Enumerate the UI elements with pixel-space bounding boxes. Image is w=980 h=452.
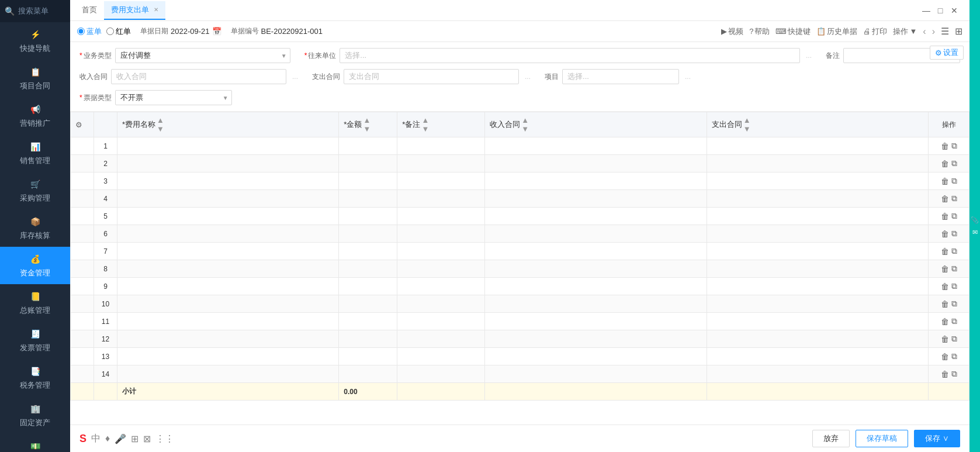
calendar-icon[interactable]: 📅 — [212, 27, 221, 36]
cell-income-contract-13[interactable] — [485, 348, 707, 365]
project-dots[interactable]: ... — [685, 73, 691, 81]
save-draft-button[interactable]: 保存草稿 — [856, 430, 908, 447]
row-copy-11[interactable]: ⧉ — [951, 316, 957, 326]
row-copy-1[interactable]: ⧉ — [951, 141, 957, 151]
cell-notes-9[interactable] — [397, 278, 485, 295]
cell-expense-name-14[interactable] — [117, 365, 339, 383]
save-button[interactable]: 保存 ∨ — [914, 430, 960, 447]
blue-radio[interactable]: 蓝单 — [77, 26, 102, 37]
cell-income-contract-3[interactable] — [485, 172, 707, 190]
cell-amount-5[interactable] — [339, 208, 397, 225]
video-action[interactable]: ▶ 视频 — [721, 26, 743, 37]
window-close-button[interactable]: ✕ — [948, 5, 960, 16]
sidebar-item-accounting[interactable]: 📒 总账管理 — [0, 284, 70, 322]
row-delete-3[interactable]: 🗑 — [941, 177, 949, 186]
cell-notes-1[interactable] — [397, 137, 485, 155]
cell-notes-5[interactable] — [397, 208, 485, 225]
cell-notes-8[interactable] — [397, 260, 485, 278]
row-copy-13[interactable]: ⧉ — [951, 351, 957, 361]
history-action[interactable]: 📋 历史单据 — [816, 26, 857, 37]
expense-contract-input[interactable]: 支出合同 — [344, 69, 519, 84]
cell-expense-contract-2[interactable] — [707, 155, 928, 172]
number-value[interactable]: BE-20220921-001 — [261, 27, 323, 36]
cell-expense-name-6[interactable] — [117, 225, 339, 243]
cell-notes-14[interactable] — [397, 365, 485, 383]
tab-home[interactable]: 首页 — [75, 1, 104, 20]
cell-amount-3[interactable] — [339, 172, 397, 190]
cell-expense-name-2[interactable] — [117, 155, 339, 172]
amount-sort[interactable]: ▲▼ — [363, 116, 370, 133]
discard-button[interactable]: 放弃 — [812, 430, 850, 447]
cell-amount-9[interactable] — [339, 278, 397, 295]
view-list-button[interactable]: ☰ — [941, 26, 949, 37]
sidebar-item-project-contract[interactable]: 📋 项目合同 — [0, 60, 70, 97]
cell-notes-6[interactable] — [397, 225, 485, 243]
row-delete-7[interactable]: 🗑 — [941, 247, 949, 256]
cell-expense-contract-4[interactable] — [707, 190, 928, 208]
cell-income-contract-4[interactable] — [485, 190, 707, 208]
cell-expense-name-13[interactable] — [117, 348, 339, 365]
sidebar-item-quick-nav[interactable]: ⚡ 快捷导航 — [0, 22, 70, 60]
cell-expense-name-1[interactable] — [117, 137, 339, 155]
bottom-icon-6[interactable]: ⋮⋮ — [155, 433, 174, 444]
cell-income-contract-11[interactable] — [485, 313, 707, 330]
row-delete-6[interactable]: 🗑 — [941, 229, 949, 239]
tab-close-expense[interactable]: ✕ — [154, 6, 158, 13]
cell-expense-name-9[interactable] — [117, 278, 339, 295]
cell-amount-14[interactable] — [339, 365, 397, 383]
cell-amount-4[interactable] — [339, 190, 397, 208]
cell-income-contract-14[interactable] — [485, 365, 707, 383]
cell-notes-4[interactable] — [397, 190, 485, 208]
sidebar-item-procurement[interactable]: 🛒 采购管理 — [0, 172, 70, 209]
expense-dots[interactable]: ... — [525, 73, 531, 81]
bottom-icon-microphone[interactable]: 🎤 — [115, 433, 126, 444]
cell-expense-contract-12[interactable] — [707, 330, 928, 348]
nav-prev-button[interactable]: ‹ — [923, 26, 926, 37]
cell-income-contract-8[interactable] — [485, 260, 707, 278]
row-delete-11[interactable]: 🗑 — [941, 317, 949, 326]
row-copy-14[interactable]: ⧉ — [951, 369, 957, 379]
cell-expense-contract-7[interactable] — [707, 243, 928, 260]
cell-amount-7[interactable] — [339, 243, 397, 260]
table-settings-icon[interactable]: ⚙ — [75, 120, 82, 129]
row-copy-12[interactable]: ⧉ — [951, 334, 957, 344]
cell-expense-name-5[interactable] — [117, 208, 339, 225]
cell-expense-name-4[interactable] — [117, 190, 339, 208]
cell-expense-contract-6[interactable] — [707, 225, 928, 243]
cell-expense-contract-5[interactable] — [707, 208, 928, 225]
row-copy-4[interactable]: ⧉ — [951, 194, 957, 203]
sidebar-item-sales[interactable]: 📊 销售管理 — [0, 134, 70, 172]
notes-sort[interactable]: ▲▼ — [421, 116, 429, 133]
bottom-icon-4[interactable]: ⊞ — [131, 433, 138, 444]
row-delete-4[interactable]: 🗑 — [941, 194, 949, 203]
business-type-input[interactable]: 应付调整 — [115, 48, 290, 63]
row-copy-5[interactable]: ⧉ — [951, 211, 957, 221]
nav-next-button[interactable]: › — [932, 26, 935, 37]
cell-expense-name-7[interactable] — [117, 243, 339, 260]
cell-notes-11[interactable] — [397, 313, 485, 330]
cell-amount-12[interactable] — [339, 330, 397, 348]
right-panel[interactable]: 📎 ✉ — [969, 0, 980, 452]
cell-income-contract-1[interactable] — [485, 137, 707, 155]
expense-name-sort[interactable]: ▲▼ — [157, 116, 164, 133]
row-copy-9[interactable]: ⧉ — [951, 281, 957, 291]
partner-input[interactable]: 选择... — [340, 48, 800, 63]
row-copy-7[interactable]: ⧉ — [951, 246, 957, 256]
row-delete-8[interactable]: 🗑 — [941, 264, 949, 274]
window-minimize-button[interactable]: — — [920, 5, 932, 16]
row-delete-10[interactable]: 🗑 — [941, 299, 949, 309]
income-contract-sort[interactable]: ▲▼ — [521, 116, 529, 133]
cell-expense-contract-14[interactable] — [707, 365, 928, 383]
cell-amount-1[interactable] — [339, 137, 397, 155]
row-delete-1[interactable]: 🗑 — [941, 142, 949, 151]
window-maximize-button[interactable]: □ — [934, 5, 946, 16]
print-action[interactable]: 🖨 打印 — [863, 26, 887, 37]
cell-notes-10[interactable] — [397, 295, 485, 313]
date-value[interactable]: 2022-09-21 — [171, 27, 210, 36]
cell-expense-name-8[interactable] — [117, 260, 339, 278]
sidebar-item-tax[interactable]: 📑 税务管理 — [0, 359, 70, 396]
cell-income-contract-7[interactable] — [485, 243, 707, 260]
row-copy-10[interactable]: ⧉ — [951, 299, 957, 309]
row-copy-8[interactable]: ⧉ — [951, 264, 957, 274]
bottom-icon-2[interactable]: ♦ — [105, 433, 110, 444]
